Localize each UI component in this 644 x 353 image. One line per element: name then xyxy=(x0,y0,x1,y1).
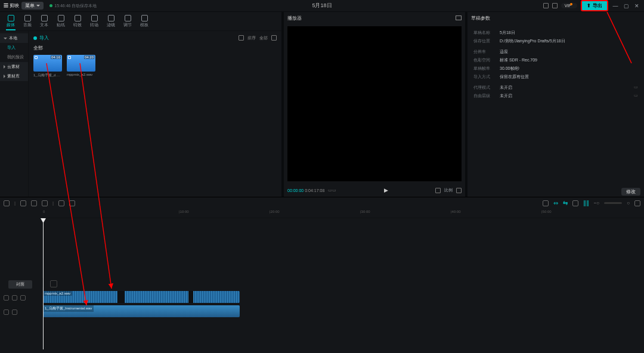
project-title: 5月18日 xyxy=(312,2,332,10)
media-sidebar: 本地 导入 我的预设 云素材 素材库 xyxy=(0,31,29,197)
track-eye-icon[interactable] xyxy=(12,295,17,301)
import-dot-icon xyxy=(33,36,37,40)
player-menu-icon[interactable] xyxy=(456,16,462,20)
tool-tab-贴纸[interactable]: 贴纸 xyxy=(52,12,69,30)
zoom-out-icon[interactable]: −○ xyxy=(594,200,600,206)
redo-icon[interactable] xyxy=(31,200,37,206)
layout-icon[interactable] xyxy=(552,3,558,8)
filter-all[interactable]: 全部 xyxy=(259,35,268,41)
tool-tab-icon xyxy=(41,15,48,21)
maximize-button[interactable]: ▢ xyxy=(623,3,630,9)
track-mute-icon[interactable] xyxy=(20,295,26,301)
track-mute-icon[interactable] xyxy=(12,309,17,315)
player-panel: 播放器 00:00:00 0:04:17:08 ▭▭ ▶ 比例 xyxy=(284,12,465,197)
minimize-button[interactable]: — xyxy=(612,3,619,9)
zoom-fit-icon[interactable] xyxy=(634,200,640,206)
media-thumbs: 04:161_乌梅子酱_d.wav.wav04:20mppmix_a2.wav xyxy=(33,55,277,78)
props-row: 保存位置D:/剪映/JianyingPro Drafts/5月18日 xyxy=(473,37,638,45)
tool-tab-转场[interactable]: 转场 xyxy=(86,12,103,30)
track-lock-icon[interactable] xyxy=(4,309,9,315)
compare-icon[interactable] xyxy=(435,188,441,193)
side-cloud[interactable]: 云素材 xyxy=(0,62,28,72)
props-row: 草稿名称5月18日 xyxy=(473,29,638,37)
cover-thumb-icon[interactable] xyxy=(50,280,57,287)
tool-tab-模板[interactable]: 模板 xyxy=(136,12,153,30)
ratio-button[interactable]: 比例 xyxy=(444,187,453,193)
fullscreen-icon[interactable] xyxy=(456,188,462,193)
shortcut-icon[interactable] xyxy=(543,3,549,8)
tool-tab-icon xyxy=(8,15,14,21)
close-button[interactable]: ✕ xyxy=(633,3,640,9)
media-thumb[interactable]: 04:20mppmix_a2.wav xyxy=(67,55,95,78)
side-group-local[interactable]: 本地 xyxy=(0,33,28,43)
export-button[interactable]: ⬆ 导出 xyxy=(581,0,608,11)
timecode-current: 00:00:00 xyxy=(287,188,304,193)
props-row: 自由层级未开启▭ xyxy=(473,92,638,100)
preview-icon[interactable] xyxy=(572,200,578,206)
link-audio-icon[interactable]: ⇆ xyxy=(563,200,568,206)
tool-tabs: 媒体音频文本贴纸特效转场滤镜调节模板 xyxy=(0,12,281,31)
playhead[interactable] xyxy=(43,218,44,349)
video-clip[interactable]: mppmix_a2.wav xyxy=(43,291,240,303)
tool-tab-icon xyxy=(24,15,31,21)
side-library[interactable]: 素材库 xyxy=(0,72,28,81)
search-icon[interactable] xyxy=(271,35,277,41)
props-title: 草稿参数 xyxy=(471,15,490,21)
tool-tab-调节[interactable]: 调节 xyxy=(119,12,136,30)
props-panel: 草稿参数 草稿名称5月18日保存位置D:/剪映/JianyingPro Draf… xyxy=(467,12,644,197)
select-tool-icon[interactable] xyxy=(4,200,10,206)
tool-tab-icon xyxy=(108,15,114,21)
zoom-in-icon[interactable]: ○ xyxy=(627,200,630,206)
media-thumb[interactable]: 04:161_乌梅子酱_d.wav.wav xyxy=(33,55,62,78)
zoom-slider[interactable] xyxy=(604,202,622,204)
tool-tab-音频[interactable]: 音频 xyxy=(19,12,36,30)
media-panel: 媒体音频文本贴纸特效转场滤镜调节模板 本地 导入 我的预设 云素材 素材库 导入… xyxy=(0,12,281,197)
vip-button[interactable]: VIP xyxy=(561,3,577,8)
timecode-mode-icon[interactable]: ▭▭ xyxy=(327,188,336,193)
timeline[interactable]: 0|10:00|20:00|30:00|40:00|50:00 封面 mppmi… xyxy=(0,209,644,353)
tool-tab-文本[interactable]: 文本 xyxy=(36,12,52,30)
menu-button[interactable]: 菜单 xyxy=(21,2,44,10)
media-tab-all[interactable]: 全部 xyxy=(33,45,277,51)
props-row: 分辨率适应 xyxy=(473,48,638,56)
undo-icon[interactable] xyxy=(20,200,26,206)
tool-tab-媒体[interactable]: 媒体 xyxy=(2,12,19,30)
tool-tab-icon xyxy=(125,15,131,21)
tool-tab-icon xyxy=(141,15,148,21)
tool-tab-icon xyxy=(58,15,64,21)
props-row: 草稿帧率30.00帧/秒 xyxy=(473,64,638,73)
play-button[interactable]: ▶ xyxy=(384,187,388,193)
track-lock-icon[interactable] xyxy=(4,295,9,301)
cover-button[interactable]: 封面 xyxy=(8,280,32,289)
player-viewport[interactable] xyxy=(287,26,462,181)
tool-tab-特效[interactable]: 特效 xyxy=(69,12,86,30)
cut-mode-icon[interactable]: ‖‖ xyxy=(583,200,589,206)
sort-button[interactable]: 排序 xyxy=(247,35,256,41)
player-title: 播放器 xyxy=(287,15,302,21)
split-icon[interactable] xyxy=(42,200,48,206)
modify-button[interactable]: 修改 xyxy=(621,188,640,196)
cursor-tool[interactable] xyxy=(58,200,64,206)
side-import[interactable]: 导入 xyxy=(0,43,28,52)
props-row: 代理模式未开启▭ xyxy=(473,83,638,92)
snap-icon[interactable]: ⇔ xyxy=(553,200,558,206)
tool-tab-icon xyxy=(91,15,98,21)
app-logo: ☰ 剪映 xyxy=(4,2,19,9)
mic-icon[interactable] xyxy=(543,200,549,206)
timeline-ruler[interactable]: 0|10:00|20:00|30:00|40:00|50:00 xyxy=(43,209,644,218)
timeline-toolbar: | | ⇔ ⇆ ‖‖ −○ ○ xyxy=(0,197,644,209)
props-row: 导入方式保留在原有位置 xyxy=(473,73,638,81)
view-grid-icon[interactable] xyxy=(239,35,244,41)
autosave-indicator: 15:46:46 自动保存本地 xyxy=(49,3,97,9)
tool-tab-滤镜[interactable]: 滤镜 xyxy=(103,12,119,30)
tool-tab-icon xyxy=(75,15,81,21)
audio-clip[interactable]: 1_乌梅子酱_Instrumental.wav xyxy=(43,305,240,317)
props-row: 色彩空间标准 SDR - Rec.709 xyxy=(473,56,638,64)
import-heading[interactable]: 导入 xyxy=(39,35,49,41)
zoom-tool[interactable] xyxy=(69,200,75,206)
titlebar: ☰ 剪映 菜单 15:46:46 自动保存本地 5月18日 VIP ⬆ 导出 —… xyxy=(0,0,644,12)
side-presets[interactable]: 我的预设 xyxy=(0,52,28,62)
